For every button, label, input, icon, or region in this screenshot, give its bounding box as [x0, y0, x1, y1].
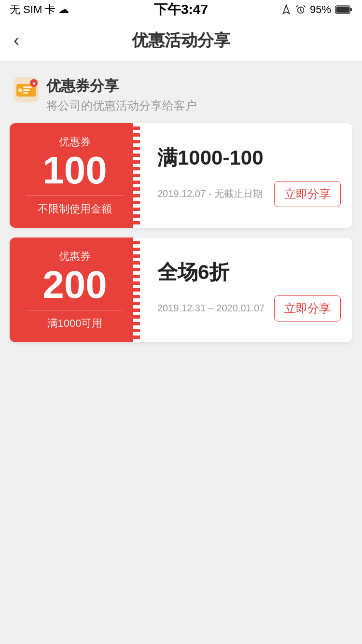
status-time: 下午3:47 [154, 0, 208, 19]
coupon-date-2: 2019.12.31 – 2020.01.07 [157, 303, 269, 314]
coupon-right-1: 满1000-100 2019.12.07 - 无截止日期 立即分享 [140, 123, 352, 228]
section-title: 优惠券分享 [46, 76, 197, 96]
status-bar: 无 SIM 卡 ☁ 下午3:47 95% [0, 0, 362, 19]
section-header: ★ 优惠券分享 将公司的优惠活动分享给客户 [0, 62, 362, 123]
svg-rect-3 [336, 7, 349, 13]
coupon-amount-2: 200 [42, 266, 107, 304]
coupon-left-2: 优惠券 200 满1000可用 [10, 238, 140, 342]
svg-rect-2 [350, 8, 352, 11]
coupon-amount-1: 100 [42, 151, 107, 190]
battery-label: 95% [310, 3, 331, 16]
share-button-2[interactable]: 立即分享 [274, 295, 341, 322]
sim-label: 无 SIM 卡 ☁ [10, 2, 69, 17]
coupon-card-2: 优惠券 200 满1000可用 全场6折 2019.12.31 – 2020.0… [10, 238, 352, 342]
svg-point-6 [18, 88, 22, 92]
coupon-condition-1: 不限制使用金额 [38, 202, 112, 216]
location-icon [281, 4, 292, 15]
coupon-label-2: 优惠券 [59, 249, 91, 264]
coupon-left-1: 优惠券 100 不限制使用金额 [10, 123, 140, 228]
section-subtitle: 将公司的优惠活动分享给客户 [46, 98, 197, 113]
nav-bar: ‹ 优惠活动分享 [0, 19, 362, 62]
coupon-right-2: 全场6折 2019.12.31 – 2020.01.07 立即分享 [140, 238, 352, 342]
coupon-bottom-row-1: 2019.12.07 - 无截止日期 立即分享 [157, 181, 341, 207]
coupon-name-1: 满1000-100 [157, 144, 341, 171]
share-button-1[interactable]: 立即分享 [274, 181, 341, 207]
coupon-list: 优惠券 100 不限制使用金额 满1000-100 2019.12.07 - 无… [0, 123, 362, 371]
coupon-divider-2 [27, 310, 123, 310]
coupon-name-2: 全场6折 [157, 259, 341, 286]
coupon-card-1: 优惠券 100 不限制使用金额 满1000-100 2019.12.07 - 无… [10, 123, 352, 228]
coupon-date-1: 2019.12.07 - 无截止日期 [157, 187, 269, 200]
status-right: 95% [281, 3, 352, 16]
section-text-group: 优惠券分享 将公司的优惠活动分享给客户 [46, 76, 197, 113]
svg-rect-8 [23, 89, 30, 91]
coupon-label-1: 优惠券 [59, 135, 91, 149]
svg-rect-7 [23, 86, 32, 88]
svg-rect-9 [23, 92, 28, 94]
bottom-area [0, 371, 362, 642]
coupon-section-icon: ★ [14, 77, 39, 102]
coupon-divider-1 [27, 196, 123, 196]
alarm-icon [295, 4, 306, 15]
status-left: 无 SIM 卡 ☁ [10, 2, 69, 17]
back-button[interactable]: ‹ [14, 30, 19, 51]
battery-icon [335, 5, 352, 14]
coupon-bottom-row-2: 2019.12.31 – 2020.01.07 立即分享 [157, 295, 341, 322]
coupon-condition-2: 满1000可用 [47, 316, 103, 331]
svg-text:★: ★ [32, 81, 36, 86]
nav-title: 优惠活动分享 [132, 29, 230, 52]
